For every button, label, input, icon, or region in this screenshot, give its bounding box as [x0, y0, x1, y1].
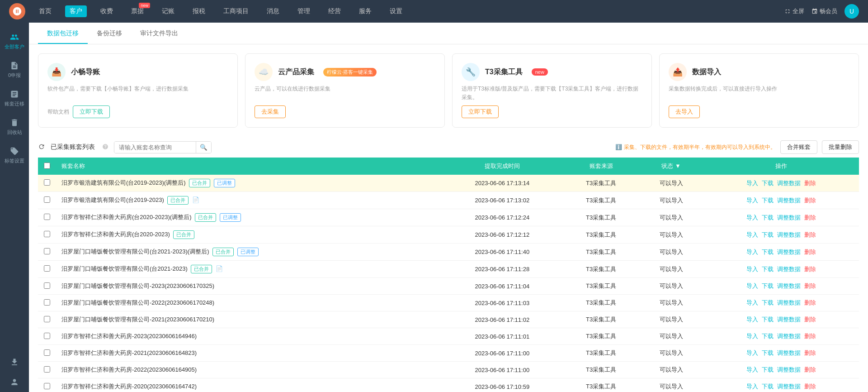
- sidebar-item-zero-report[interactable]: 0申报: [0, 56, 29, 84]
- op-导入[interactable]: 导入: [746, 316, 758, 323]
- op-导入[interactable]: 导入: [746, 231, 758, 238]
- select-all-checkbox[interactable]: [44, 163, 50, 169]
- op-下载[interactable]: 下载: [762, 231, 774, 238]
- op-下载[interactable]: 下载: [762, 316, 774, 323]
- op-调整数据[interactable]: 调整数据: [777, 349, 801, 356]
- op-删除[interactable]: 删除: [804, 249, 816, 255]
- op-下载[interactable]: 下载: [762, 299, 774, 306]
- row-checkbox[interactable]: [44, 383, 50, 389]
- op-调整数据[interactable]: 调整数据: [777, 249, 801, 255]
- op-调整数据[interactable]: 调整数据: [777, 383, 801, 390]
- nav-message[interactable]: 消息: [262, 5, 284, 17]
- op-导入[interactable]: 导入: [746, 214, 758, 221]
- op-导入[interactable]: 导入: [746, 197, 758, 204]
- tab-audit-export[interactable]: 审计文件导出: [131, 24, 187, 44]
- op-调整数据[interactable]: 调整数据: [777, 316, 801, 323]
- op-下载[interactable]: 下载: [762, 333, 774, 339]
- op-删除[interactable]: 删除: [804, 282, 816, 289]
- row-checkbox[interactable]: [44, 179, 50, 186]
- refresh-icon[interactable]: [38, 143, 45, 152]
- op-删除[interactable]: 删除: [804, 349, 816, 356]
- row-checkbox[interactable]: [44, 349, 50, 356]
- op-调整数据[interactable]: 调整数据: [777, 180, 801, 186]
- op-调整数据[interactable]: 调整数据: [777, 214, 801, 221]
- tab-data-migrate[interactable]: 数据包迁移: [38, 24, 88, 44]
- nav-business[interactable]: 工商项目: [219, 5, 253, 17]
- merge-accounts-button[interactable]: 合并账套: [780, 140, 817, 154]
- op-调整数据[interactable]: 调整数据: [777, 197, 801, 204]
- op-删除[interactable]: 删除: [804, 333, 816, 339]
- nav-fees[interactable]: 收费: [96, 5, 118, 17]
- nav-manage[interactable]: 管理: [293, 5, 315, 17]
- row-checkbox[interactable]: [44, 214, 50, 220]
- op-下载[interactable]: 下载: [762, 197, 774, 204]
- sidebar-item-recycle[interactable]: 回收站: [0, 113, 29, 141]
- sidebar-item-all-clients[interactable]: 全部客户: [0, 27, 29, 56]
- nav-bookkeeping[interactable]: 记账: [157, 5, 179, 17]
- op-下载[interactable]: 下载: [762, 214, 774, 221]
- go-collect-button[interactable]: 去采集: [255, 105, 286, 118]
- op-下载[interactable]: 下载: [762, 366, 774, 373]
- op-导入[interactable]: 导入: [746, 282, 758, 289]
- op-导入[interactable]: 导入: [746, 249, 758, 255]
- download-now-button[interactable]: 立即下载: [73, 105, 110, 118]
- nav-clients[interactable]: 客户: [65, 5, 87, 17]
- row-checkbox[interactable]: [44, 333, 50, 339]
- row-checkbox[interactable]: [44, 299, 50, 306]
- nav-operation[interactable]: 经营: [324, 5, 345, 17]
- op-下载[interactable]: 下载: [762, 266, 774, 272]
- col-status[interactable]: 状态 ▼: [639, 158, 703, 175]
- op-调整数据[interactable]: 调整数据: [777, 231, 801, 238]
- op-导入[interactable]: 导入: [746, 333, 758, 339]
- op-导入[interactable]: 导入: [746, 180, 758, 186]
- nav-home[interactable]: 首页: [34, 5, 56, 17]
- search-button[interactable]: 🔍: [196, 142, 211, 153]
- tab-backup-migrate[interactable]: 备份迁移: [88, 24, 131, 44]
- row-checkbox[interactable]: [44, 231, 50, 237]
- op-删除[interactable]: 删除: [804, 299, 816, 306]
- op-下载[interactable]: 下载: [762, 383, 774, 390]
- op-删除[interactable]: 删除: [804, 214, 816, 221]
- nav-invoice[interactable]: 票据 new: [127, 5, 148, 17]
- op-删除[interactable]: 删除: [804, 383, 816, 390]
- search-input[interactable]: [114, 142, 196, 153]
- row-checkbox[interactable]: [44, 196, 50, 203]
- op-导入[interactable]: 导入: [746, 299, 758, 306]
- op-下载[interactable]: 下载: [762, 180, 774, 186]
- op-导入[interactable]: 导入: [746, 366, 758, 373]
- fullscreen-button[interactable]: 全屏: [784, 7, 804, 15]
- nav-settings[interactable]: 设置: [385, 5, 407, 17]
- download-t3-button[interactable]: 立即下载: [462, 105, 499, 118]
- row-checkbox[interactable]: [44, 366, 50, 373]
- op-调整数据[interactable]: 调整数据: [777, 333, 801, 339]
- op-删除[interactable]: 删除: [804, 180, 816, 186]
- nav-tax[interactable]: 报税: [188, 5, 210, 17]
- sidebar-item-account-migrate[interactable]: 账套迁移: [0, 84, 29, 113]
- op-导入[interactable]: 导入: [746, 266, 758, 272]
- op-调整数据[interactable]: 调整数据: [777, 299, 801, 306]
- user-avatar[interactable]: U: [844, 4, 859, 19]
- member-button[interactable]: 畅会员: [811, 7, 837, 15]
- op-下载[interactable]: 下载: [762, 349, 774, 356]
- op-调整数据[interactable]: 调整数据: [777, 266, 801, 272]
- op-导入[interactable]: 导入: [746, 349, 758, 356]
- op-删除[interactable]: 删除: [804, 231, 816, 238]
- row-checkbox[interactable]: [44, 282, 50, 289]
- row-checkbox[interactable]: [44, 265, 50, 272]
- go-import-button[interactable]: 去导入: [669, 105, 700, 118]
- op-下载[interactable]: 下载: [762, 249, 774, 255]
- op-调整数据[interactable]: 调整数据: [777, 366, 801, 373]
- help-doc-link[interactable]: 帮助文档: [47, 108, 69, 116]
- batch-delete-button[interactable]: 批量删除: [822, 140, 859, 154]
- op-删除[interactable]: 删除: [804, 197, 816, 204]
- help-icon[interactable]: [102, 143, 108, 151]
- nav-service[interactable]: 服务: [354, 5, 376, 17]
- app-logo[interactable]: [9, 3, 25, 19]
- row-checkbox[interactable]: [44, 248, 50, 254]
- op-调整数据[interactable]: 调整数据: [777, 282, 801, 289]
- op-删除[interactable]: 删除: [804, 266, 816, 272]
- sidebar-item-user[interactable]: [10, 372, 19, 392]
- op-删除[interactable]: 删除: [804, 366, 816, 373]
- sidebar-item-download[interactable]: [10, 352, 19, 372]
- op-删除[interactable]: 删除: [804, 316, 816, 323]
